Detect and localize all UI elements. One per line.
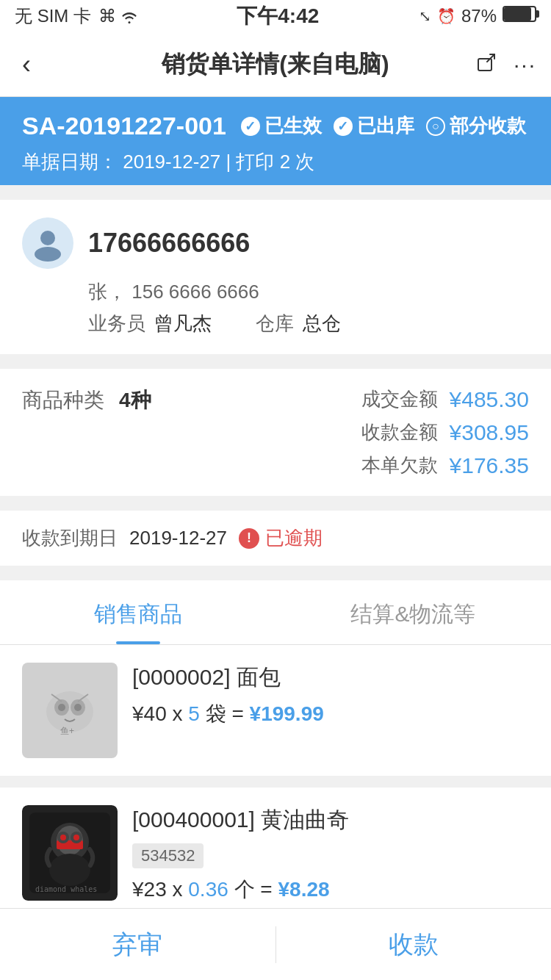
svg-point-7: [74, 704, 82, 711]
print-suffix: 次: [295, 151, 314, 173]
product-type-row: 商品种类 4种: [22, 386, 361, 414]
abandon-review-button[interactable]: 弃审: [0, 913, 276, 976]
alarm-icon: ⏰: [437, 7, 455, 25]
product-info-1: [0000002] 面包 ¥40 x 5 袋 = ¥199.99: [132, 663, 529, 728]
customer-row: 17666666666: [22, 217, 529, 269]
back-button[interactable]: ‹: [15, 42, 38, 87]
svg-point-1: [40, 231, 55, 245]
svg-point-17: [49, 854, 90, 886]
price-unit-1: 袋: [206, 702, 226, 725]
collect-payment-button[interactable]: 收款: [276, 913, 552, 976]
product-name-1: [0000002] 面包: [132, 663, 529, 693]
tab-settlement-label: 结算&物流等: [350, 602, 475, 626]
product-type-label: 商品种类: [22, 386, 104, 414]
status-left: 无 SIM 卡 ⌘: [15, 4, 137, 28]
sales-person-item: 业务员 曾凡杰: [88, 311, 212, 336]
product-thumb-2: diamond whales: [22, 805, 118, 901]
nav-bar: ‹ 销货单详情(来自电脑) ···: [0, 32, 551, 97]
product-list: 鱼+ [0000002] 面包 ¥40 x 5 袋 = ¥199.99: [0, 645, 551, 921]
due-date-value: 2019-12-27: [129, 527, 227, 550]
list-item: diamond whales [000400001] 黄油曲奇 534532 ¥…: [0, 788, 551, 921]
overdue-icon: !: [239, 528, 259, 549]
tab-underline: [116, 641, 160, 644]
svg-point-16: [73, 835, 79, 840]
status-badge-3: ○ 部分收款: [426, 113, 526, 139]
price-qty-2: 0.36: [188, 878, 228, 901]
sales-label: 业务员: [88, 311, 145, 336]
amount-value: ¥485.30: [450, 387, 529, 412]
tabs-section: 销售商品 结算&物流等: [0, 580, 551, 645]
share-icon[interactable]: [475, 50, 499, 79]
tab-sales-label: 销售商品: [94, 602, 182, 626]
received-label: 收款金额: [361, 419, 438, 445]
tab-sales-products[interactable]: 销售商品: [0, 580, 276, 644]
product-title-1: 面包: [237, 665, 281, 689]
order-id-row: SA-20191227-001 ✓ 已生效 ✓ 已出库 ○ 部分收款: [22, 112, 529, 140]
list-item: 鱼+ [0000002] 面包 ¥40 x 5 袋 = ¥199.99: [0, 645, 551, 776]
check-icon-2: ✓: [334, 117, 353, 136]
product-name-2: [000400001] 黄油曲奇: [132, 805, 529, 835]
main-content: SA-20191227-001 ✓ 已生效 ✓ 已出库 ○ 部分收款 单据日期：…: [0, 97, 551, 980]
svg-point-2: [35, 247, 61, 262]
stats-left: 商品种类 4种: [22, 386, 361, 414]
amount-label: 成交金额: [361, 386, 438, 412]
price-x-2: x: [173, 878, 189, 901]
warehouse-item: 仓库 总仓: [256, 311, 341, 336]
debt-value: ¥176.35: [450, 453, 529, 478]
product-price-1: ¥40 x 5 袋 = ¥199.99: [132, 700, 529, 728]
stats-right: 成交金额 ¥485.30 收款金额 ¥308.95 本单欠款 ¥176.35: [361, 386, 529, 478]
due-label: 收款到期日: [22, 525, 118, 551]
status-badge-2: ✓ 已出库: [334, 113, 414, 139]
clock-icon: ○: [426, 117, 445, 136]
amount-item: 成交金额 ¥485.30: [361, 386, 529, 412]
product-title-2: 黄油曲奇: [261, 807, 349, 832]
debt-label: 本单欠款: [361, 453, 438, 478]
sales-value: 曾凡杰: [154, 311, 212, 336]
more-icon[interactable]: ···: [514, 52, 536, 77]
price-qty-1: 5: [188, 702, 200, 725]
print-count: 2: [280, 151, 290, 173]
doc-date-value: 2019-12-27: [123, 151, 220, 173]
customer-meta: 业务员 曾凡杰 仓库 总仓: [88, 311, 529, 336]
wifi-icon: ⌘: [98, 6, 137, 26]
order-id-text: SA-20191227-001: [22, 112, 226, 140]
doc-date-row: 单据日期： 2019-12-27 | 打印 2 次: [22, 149, 529, 175]
nav-actions: ···: [475, 50, 536, 79]
price-eq-1: =: [231, 702, 249, 725]
status-right: ⤡ ⏰ 87%: [419, 6, 536, 26]
product-tag-2: 534532: [132, 843, 204, 868]
price-unit-2: 个: [234, 878, 255, 901]
status-badge-1: ✓ 已生效: [241, 113, 322, 139]
product-code-1: [0000002]: [132, 665, 230, 689]
location-icon: ⤡: [419, 7, 431, 25]
overdue-text: 已逾期: [265, 525, 323, 551]
customer-section: 17666666666 张， 156 6666 6666 业务员 曾凡杰 仓库 …: [0, 200, 551, 354]
page-title: 销货单详情(来自电脑): [162, 48, 389, 81]
bottom-bar: 弃审 收款: [0, 908, 551, 980]
warehouse-label: 仓库: [256, 311, 294, 336]
svg-text:鱼+: 鱼+: [60, 726, 74, 736]
carrier-text: 无 SIM 卡: [15, 4, 91, 28]
svg-rect-0: [478, 59, 491, 71]
check-icon-1: ✓: [241, 117, 260, 136]
warehouse-value: 总仓: [303, 311, 341, 336]
product-image-2: diamond whales: [22, 805, 118, 901]
due-section: 收款到期日 2019-12-27 ! 已逾期: [0, 511, 551, 566]
customer-info: 张， 156 6666 6666: [88, 279, 529, 305]
svg-text:diamond whales: diamond whales: [35, 885, 97, 893]
overdue-badge: ! 已逾期: [239, 525, 323, 551]
status-badges: ✓ 已生效 ✓ 已出库 ○ 部分收款: [241, 113, 526, 139]
debt-item: 本单欠款 ¥176.35: [361, 453, 529, 478]
received-item: 收款金额 ¥308.95: [361, 419, 529, 445]
product-thumb-1: 鱼+: [22, 663, 118, 758]
received-value: ¥308.95: [450, 420, 529, 445]
time-display: 下午4:42: [237, 2, 319, 30]
price-total-2: ¥8.28: [278, 878, 329, 901]
svg-point-6: [58, 704, 65, 711]
tab-settlement[interactable]: 结算&物流等: [276, 580, 551, 644]
product-info-2: [000400001] 黄油曲奇 534532 ¥23 x 0.36 个 = ¥…: [132, 805, 529, 904]
svg-point-15: [60, 835, 66, 840]
price-total-1: ¥199.99: [250, 702, 324, 725]
product-code-2: [000400001]: [132, 807, 255, 832]
customer-phone: 156 6666 6666: [132, 281, 259, 303]
